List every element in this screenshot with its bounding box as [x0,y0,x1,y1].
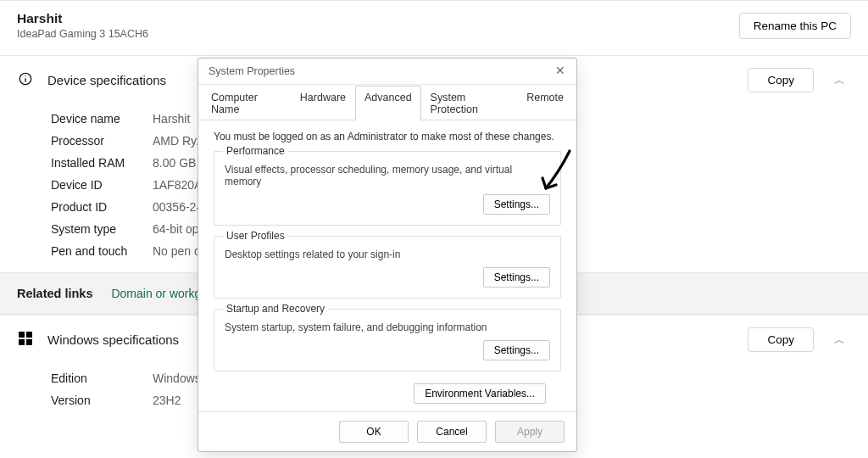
dialog-title: System Properties [209,65,295,77]
group-description: Desktop settings related to your sign-in [225,249,550,260]
spec-value: 64-bit op [153,222,198,236]
group-legend: User Profiles [223,230,288,242]
about-header: Harshit IdeaPad Gaming 3 15ACH6 Rename t… [0,1,868,55]
dialog-titlebar[interactable]: System Properties ✕ [198,59,576,85]
spec-value: 00356-24 [153,200,203,214]
group-startup-and-recovery: Startup and RecoverySystem startup, syst… [214,309,561,371]
group-description: Visual effects, processor scheduling, me… [225,164,550,187]
spec-label: Version [51,394,153,407]
info-icon [17,71,34,89]
domain-workgroup-link[interactable]: Domain or workgr [111,287,204,300]
tab-system-protection[interactable]: System Protection [421,86,518,120]
group-description: System startup, system failure, and debu… [225,321,550,333]
group-user-profiles: User ProfilesDesktop settings related to… [214,236,561,299]
pc-model: IdeaPad Gaming 3 15ACH6 [17,28,148,40]
copy-device-specs-button[interactable]: Copy [748,68,814,92]
performance-settings-button[interactable]: Settings... [483,194,550,215]
dialog-footer: OK Cancel Apply [198,411,576,451]
cancel-button[interactable]: Cancel [417,421,487,443]
group-performance: PerformanceVisual effects, processor sch… [214,151,561,226]
spec-value: No pen o [153,244,201,258]
spec-value: 8.00 GB ( [153,156,203,170]
spec-label: Installed RAM [51,156,153,170]
spec-value: Windows [153,371,201,385]
group-legend: Startup and Recovery [223,303,328,315]
spec-label: Processor [51,134,153,148]
tab-hardware[interactable]: Hardware [291,86,355,120]
chevron-up-icon[interactable]: ︿ [827,73,851,88]
admin-note: You must be logged on as an Administrato… [214,131,561,142]
rename-pc-button[interactable]: Rename this PC [739,13,851,39]
copy-windows-specs-button[interactable]: Copy [748,327,814,352]
svg-point-2 [25,75,25,76]
apply-button[interactable]: Apply [495,421,565,443]
tab-strip: Computer NameHardwareAdvancedSystem Prot… [198,85,576,120]
related-links-label: Related links [17,287,92,300]
tab-computer-name[interactable]: Computer Name [202,86,291,120]
group-legend: Performance [223,145,288,157]
spec-value: Harshit [153,112,190,126]
user-profiles-settings-button[interactable]: Settings... [483,267,550,288]
spec-label: Pen and touch [51,244,153,258]
environment-variables-button[interactable]: Environment Variables... [414,383,546,404]
chevron-up-icon[interactable]: ︿ [827,332,851,348]
tab-remote[interactable]: Remote [517,86,573,120]
spec-label: Device name [51,112,153,126]
system-properties-dialog: System Properties ✕ Computer NameHardwar… [198,58,577,452]
spec-label: Device ID [51,178,153,192]
close-icon[interactable]: ✕ [553,64,568,79]
pc-name: Harshit [17,11,148,26]
spec-value: 23H2 [153,394,181,407]
startup-recovery-settings-button[interactable]: Settings... [483,340,550,360]
tab-advanced[interactable]: Advanced [355,86,421,120]
pc-identity: Harshit IdeaPad Gaming 3 15ACH6 [17,11,148,40]
spec-label: Product ID [51,200,153,214]
spec-label: Edition [51,371,153,385]
spec-value: AMD Ryz [153,134,203,148]
windows-icon [17,332,34,348]
ok-button[interactable]: OK [339,421,409,443]
dialog-body: You must be logged on as an Administrato… [198,120,576,411]
spec-label: System type [51,222,153,236]
